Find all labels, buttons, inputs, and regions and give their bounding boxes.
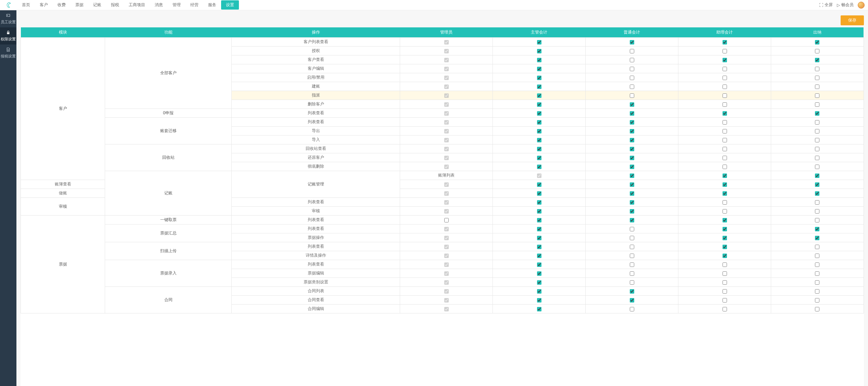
perm-checkbox-supervisor[interactable] <box>537 307 541 311</box>
perm-checkbox-general[interactable] <box>630 138 634 142</box>
perm-checkbox-cashier[interactable] <box>815 280 819 285</box>
perm-checkbox-cashier[interactable] <box>815 271 819 276</box>
perm-checkbox-assistant[interactable] <box>723 262 727 267</box>
perm-checkbox-cashier[interactable] <box>815 289 819 294</box>
perm-checkbox-general[interactable] <box>630 254 634 258</box>
perm-checkbox-supervisor[interactable] <box>537 262 541 267</box>
perm-checkbox-cashier[interactable] <box>815 49 819 53</box>
perm-checkbox-supervisor[interactable] <box>537 40 541 44</box>
perm-checkbox-cashier[interactable] <box>815 93 819 98</box>
perm-checkbox-supervisor[interactable] <box>537 120 541 125</box>
perm-checkbox-assistant[interactable] <box>723 254 727 258</box>
perm-checkbox-supervisor[interactable] <box>537 147 541 151</box>
perm-checkbox-cashier[interactable] <box>815 218 819 222</box>
nav-item-4[interactable]: 记账 <box>88 0 106 10</box>
perm-checkbox-assistant[interactable] <box>723 227 727 231</box>
perm-checkbox-supervisor[interactable] <box>537 182 541 187</box>
perm-checkbox-supervisor[interactable] <box>537 138 541 142</box>
perm-checkbox-cashier[interactable] <box>815 120 819 125</box>
perm-checkbox-general[interactable] <box>630 298 634 303</box>
perm-checkbox-assistant[interactable] <box>723 307 727 311</box>
perm-checkbox-cashier[interactable] <box>815 236 819 240</box>
perm-checkbox-assistant[interactable] <box>723 271 727 276</box>
perm-checkbox-supervisor[interactable] <box>537 209 541 214</box>
perm-checkbox-cashier[interactable] <box>815 209 819 214</box>
perm-checkbox-assistant[interactable] <box>723 147 727 151</box>
nav-item-10[interactable]: 服务 <box>203 0 221 10</box>
perm-checkbox-cashier[interactable] <box>815 129 819 133</box>
perm-checkbox-assistant[interactable] <box>723 182 727 187</box>
perm-checkbox-supervisor[interactable] <box>537 227 541 231</box>
perm-checkbox-assistant[interactable] <box>723 245 727 249</box>
perm-checkbox-assistant[interactable] <box>723 138 727 142</box>
perm-checkbox-general[interactable] <box>630 40 634 44</box>
perm-checkbox-general[interactable] <box>630 307 634 311</box>
perm-checkbox-general[interactable] <box>630 218 634 222</box>
perm-checkbox-assistant[interactable] <box>723 58 727 62</box>
perm-checkbox-supervisor[interactable] <box>537 200 541 205</box>
perm-checkbox-cashier[interactable] <box>815 191 819 196</box>
perm-checkbox-cashier[interactable] <box>815 182 819 187</box>
perm-checkbox-supervisor[interactable] <box>537 102 541 107</box>
perm-checkbox-assistant[interactable] <box>723 191 727 196</box>
perm-checkbox-assistant[interactable] <box>723 156 727 160</box>
perm-checkbox-supervisor[interactable] <box>537 254 541 258</box>
perm-checkbox-supervisor[interactable] <box>537 191 541 196</box>
nav-item-1[interactable]: 客户 <box>35 0 53 10</box>
sidebar-item-1[interactable]: 权限设置 <box>0 27 16 44</box>
perm-checkbox-general[interactable] <box>630 111 634 116</box>
perm-checkbox-supervisor[interactable] <box>537 236 541 240</box>
perm-checkbox-general[interactable] <box>630 280 634 285</box>
perm-checkbox-assistant[interactable] <box>723 93 727 98</box>
perm-checkbox-cashier[interactable] <box>815 227 819 231</box>
perm-checkbox-supervisor[interactable] <box>630 173 634 178</box>
perm-checkbox-cashier[interactable] <box>815 138 819 142</box>
perm-checkbox-general[interactable] <box>630 129 634 133</box>
perm-checkbox-assistant[interactable] <box>723 102 727 107</box>
perm-checkbox-assistant[interactable] <box>723 76 727 80</box>
perm-checkbox-general[interactable] <box>630 271 634 276</box>
perm-checkbox-general[interactable] <box>630 236 634 240</box>
perm-checkbox-general[interactable] <box>630 227 634 231</box>
perm-checkbox-general[interactable] <box>630 120 634 125</box>
perm-checkbox-supervisor[interactable] <box>537 67 541 71</box>
perm-checkbox-supervisor[interactable] <box>537 76 541 80</box>
save-button[interactable]: 保存 <box>841 15 864 25</box>
perm-checkbox-assistant[interactable] <box>723 280 727 285</box>
perm-checkbox-cashier[interactable] <box>815 254 819 258</box>
perm-checkbox-cashier[interactable] <box>815 262 819 267</box>
perm-checkbox-general[interactable] <box>630 200 634 205</box>
perm-checkbox-assistant[interactable] <box>723 209 727 214</box>
perm-checkbox-general[interactable] <box>630 191 634 196</box>
perm-checkbox-cashier[interactable] <box>815 102 819 107</box>
perm-checkbox-cashier[interactable] <box>815 298 819 303</box>
sidebar-item-2[interactable]: 报税设置 <box>0 44 16 62</box>
nav-item-6[interactable]: 工商项目 <box>124 0 150 10</box>
perm-checkbox-assistant[interactable] <box>723 40 727 44</box>
avatar[interactable] <box>858 2 865 9</box>
perm-checkbox-cashier[interactable] <box>815 76 819 80</box>
perm-checkbox-assistant[interactable] <box>723 218 727 222</box>
nav-item-5[interactable]: 报税 <box>106 0 124 10</box>
perm-checkbox-general[interactable] <box>630 67 634 71</box>
perm-checkbox-cashier[interactable] <box>815 156 819 160</box>
perm-checkbox-general[interactable] <box>630 165 634 169</box>
perm-checkbox-cashier[interactable] <box>815 165 819 169</box>
perm-checkbox-general[interactable] <box>630 49 634 53</box>
nav-item-11[interactable]: 设置 <box>221 0 239 10</box>
perm-checkbox-supervisor[interactable] <box>537 93 541 98</box>
perm-checkbox-cashier[interactable] <box>815 147 819 151</box>
perm-checkbox-supervisor[interactable] <box>537 165 541 169</box>
perm-checkbox-assistant[interactable] <box>723 67 727 71</box>
nav-item-8[interactable]: 管理 <box>168 0 186 10</box>
perm-checkbox-assistant[interactable] <box>723 236 727 240</box>
perm-checkbox-general[interactable] <box>630 58 634 62</box>
perm-checkbox-assistant[interactable] <box>723 200 727 205</box>
perm-checkbox-assistant[interactable] <box>723 120 727 125</box>
perm-checkbox-assistant[interactable] <box>723 85 727 89</box>
nav-item-9[interactable]: 经营 <box>186 0 203 10</box>
fullscreen-button[interactable]: ⛶ 全屏 <box>819 2 833 8</box>
perm-checkbox-supervisor[interactable] <box>537 129 541 133</box>
perm-checkbox-assistant[interactable] <box>723 49 727 53</box>
perm-checkbox-cashier[interactable] <box>815 111 819 116</box>
